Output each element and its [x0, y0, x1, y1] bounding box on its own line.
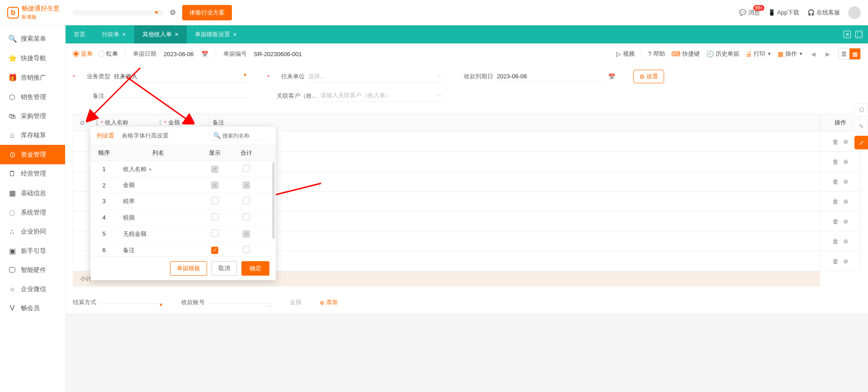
account-select[interactable]: ··· [208, 301, 272, 304]
shortcut-link[interactable]: ⌨快捷键 [671, 50, 700, 58]
sidebar-item[interactable]: V畅会员 [0, 299, 65, 318]
gear-icon[interactable]: ⚙ [170, 8, 176, 17]
add-icon[interactable]: ⊕ [843, 178, 849, 185]
template-button[interactable]: 单据模板 [170, 261, 207, 276]
fullscreen-icon[interactable]: ⛶ [855, 31, 863, 38]
sidebar: 🔍搜索菜单⭐快捷导航🎁营销推广⬡销售管理🛍采购管理⌂库存核算⊙资金管理🗒经营管理… [0, 25, 66, 392]
sidebar-item[interactable]: 🖵智能硬件 [0, 261, 65, 280]
delete-icon[interactable]: 🗑 [832, 258, 839, 265]
tab[interactable]: 单据模板设置✕ [187, 25, 245, 43]
sidebar-item[interactable]: ◌系统管理 [0, 203, 65, 222]
delete-icon[interactable]: 🗑 [832, 138, 839, 145]
video-link[interactable]: ▷视频 [616, 50, 635, 58]
tab[interactable]: 付款单✕ [94, 25, 134, 43]
add-row-button[interactable]: ⊕ 添加 [320, 298, 338, 306]
settings-button[interactable]: ⚙设置 [633, 70, 664, 83]
next-record-icon[interactable]: ▶ [824, 51, 832, 57]
sidebar-item-label: 智能硬件 [21, 266, 46, 274]
close-icon[interactable]: ✕ [175, 32, 179, 38]
sidebar-item[interactable]: 🛍采购管理 [0, 107, 65, 126]
messages-link[interactable]: 💬 消息 99+ [739, 9, 760, 17]
rail-edit-icon[interactable]: ✎ [854, 120, 868, 133]
checkbox[interactable] [211, 166, 218, 173]
add-icon[interactable]: ⊕ [843, 258, 849, 265]
print-link[interactable]: 🖨打印▼ [745, 50, 771, 58]
col-remark[interactable]: 备注 [209, 114, 820, 131]
biz-type-select[interactable]: 往来收入▼ [114, 71, 249, 83]
sidebar-item[interactable]: 🔍搜索菜单 [0, 29, 65, 48]
checkbox[interactable] [211, 213, 218, 220]
sidebar-item[interactable]: 🎁营销推广 [0, 68, 65, 87]
chevron-down-icon: ▼ [159, 302, 163, 307]
radio-blue-order[interactable]: 蓝单 [73, 50, 93, 58]
checkbox[interactable] [243, 182, 250, 189]
rail-note-icon[interactable]: 🗨 [854, 103, 868, 117]
add-icon[interactable]: ⊕ [843, 198, 849, 205]
help-link[interactable]: ?帮助 [648, 50, 665, 58]
popup-search-input[interactable] [222, 133, 268, 139]
delete-icon[interactable]: 🗑 [832, 218, 839, 225]
help-icon: ? [648, 50, 651, 57]
close-icon[interactable]: ✕ [233, 32, 237, 38]
add-icon[interactable]: ⊕ [843, 238, 849, 245]
due-date-input[interactable]: 2023-06-06 [497, 71, 604, 82]
sidebar-item[interactable]: ⭐快捷导航 [0, 48, 65, 68]
sidebar-item[interactable]: ⊙资金管理 [0, 145, 65, 164]
scrollbar[interactable] [272, 162, 275, 239]
history-link[interactable]: 🕘历史单据 [706, 50, 739, 58]
online-service-link[interactable]: 🎧 在线客服 [807, 9, 840, 17]
remark-input[interactable] [108, 94, 249, 98]
popup-tab-font[interactable]: 表格字体行高设置 [122, 132, 169, 140]
sidebar-item[interactable]: ⛬企业协同 [0, 222, 65, 241]
app-download-link[interactable]: 📱 App下载 [768, 9, 799, 17]
tab[interactable]: 首页 [66, 25, 94, 43]
sidebar-item[interactable]: 🗒经营管理 [0, 164, 65, 183]
close-icon[interactable]: ✕ [122, 32, 126, 38]
action-link[interactable]: ▦操作▼ [778, 50, 803, 58]
checkbox[interactable] [211, 182, 218, 189]
store-selector[interactable] [73, 10, 163, 15]
add-icon[interactable]: ⊕ [843, 158, 849, 165]
headset-icon: 🎧 [807, 9, 815, 16]
add-icon[interactable]: ⊕ [843, 138, 849, 145]
view-card-icon[interactable]: ▦ [849, 48, 860, 59]
cancel-button[interactable]: 取消 [212, 261, 237, 276]
unit-select[interactable]: 选择...··· [308, 71, 443, 83]
delete-icon[interactable]: 🗑 [832, 198, 839, 205]
sidebar-item[interactable]: ▦基础信息 [0, 183, 65, 203]
sidebar-item[interactable]: ⬡销售管理 [0, 87, 65, 107]
delete-icon[interactable]: 🗑 [832, 178, 839, 185]
logo-title: 畅捷通好生意 [22, 5, 60, 13]
sidebar-item[interactable]: ⌂库存核算 [0, 126, 65, 145]
checkbox[interactable] [243, 213, 250, 220]
logo: b 畅捷通好生意 标准版 [7, 5, 73, 20]
settle-select[interactable]: ▼ [100, 301, 163, 304]
customer-input[interactable]: 请输入关联客户（收入单）··· [321, 90, 443, 102]
sidebar-item[interactable]: ○企业微信 [0, 280, 65, 299]
radio-red-order[interactable]: 红单 [98, 50, 118, 58]
checkbox[interactable] [243, 197, 250, 204]
rail-expand-icon[interactable]: ⤢ [854, 136, 868, 149]
tab[interactable]: 其他收入单✕ [134, 25, 187, 43]
checkbox[interactable] [211, 229, 218, 237]
checkbox[interactable] [243, 246, 250, 253]
popup-tab-columns[interactable]: 列设置 [97, 132, 114, 140]
industry-plan-button[interactable]: 体验行业方案 [182, 5, 232, 20]
prev-record-icon[interactable]: ◀ [809, 51, 817, 57]
calendar-icon[interactable]: 📅 [608, 73, 615, 80]
ok-button[interactable]: 确定 [241, 261, 269, 276]
avatar[interactable] [848, 6, 861, 19]
view-list-icon[interactable]: ☰ [839, 48, 849, 59]
checkbox[interactable] [243, 165, 250, 172]
popup-search[interactable]: 🔍 [212, 131, 269, 140]
checkbox[interactable] [211, 197, 218, 204]
calendar-icon[interactable]: 📅 [201, 51, 208, 57]
add-icon[interactable]: ⊕ [843, 218, 849, 225]
delete-icon[interactable]: 🗑 [832, 238, 839, 245]
checkbox[interactable] [211, 247, 218, 254]
checkbox[interactable] [243, 230, 250, 238]
sidebar-item[interactable]: ▣新手引导 [0, 241, 65, 261]
column-settings-gear-icon[interactable]: ⚙ [73, 114, 91, 131]
close-all-tabs-icon[interactable]: ✕ [844, 31, 851, 38]
delete-icon[interactable]: 🗑 [832, 158, 839, 165]
